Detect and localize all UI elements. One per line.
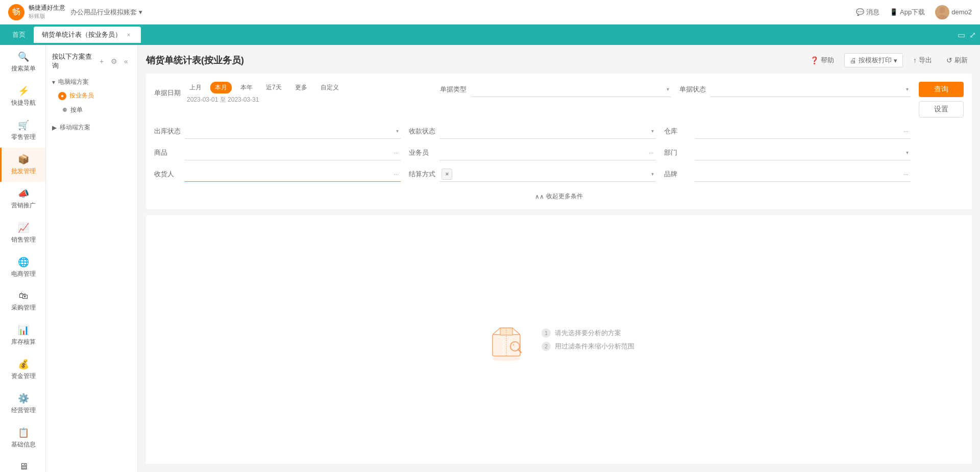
doc-status-select[interactable]: ▾ (710, 82, 911, 97)
logo-text-area: 畅捷通好生意 标账版 (29, 4, 65, 20)
salesperson-input[interactable] (439, 145, 655, 160)
scheme-item-by-salesperson[interactable]: ● 按业务员 (46, 88, 137, 103)
consignee-input[interactable] (185, 167, 401, 182)
download-icon: 📱 (890, 8, 898, 16)
collapse-up-icon: ∧∧ (535, 193, 544, 200)
collapse-conditions-btn[interactable]: ∧∧ 收起更多条件 (154, 188, 964, 201)
date-btn-this-year[interactable]: 本年 (236, 82, 257, 93)
scheme-settings-btn[interactable]: ⚙ (109, 56, 119, 66)
tab-close-btn[interactable]: × (125, 31, 133, 39)
tip-num-1: 1 (542, 328, 551, 338)
out-status-area: ▾ (185, 124, 401, 139)
date-label: 单据日期 (154, 88, 181, 98)
sidebar-item-inventory[interactable]: 📊 库存核算 (0, 318, 45, 352)
brand-input[interactable] (695, 167, 911, 182)
filter-panel: 按以下方案查询 + ⚙ « ▾ 电脑端方案 (46, 45, 138, 472)
filter-card: 单据日期 上月 本月 本年 近7天 更多 自定义 2023-03-01 至 20… (146, 74, 972, 209)
page-title: 销货单统计表(按业务员) (146, 54, 244, 66)
sidebar-item-system[interactable]: 🖥 系统管理 (0, 455, 45, 472)
tab-active[interactable]: 销货单统计表（按业务员） × (34, 27, 141, 43)
add-scheme-btn[interactable]: + (96, 56, 107, 66)
inventory-icon: 📊 (18, 324, 29, 336)
active-tab-label: 销货单统计表（按业务员） (42, 30, 121, 39)
department-area: ▾ (695, 145, 911, 160)
query-btn[interactable]: 查询 (919, 82, 964, 97)
ecommerce-icon: 🌐 (18, 256, 29, 268)
out-status-label: 出库状态 (154, 127, 181, 136)
settle-tag-close[interactable]: × (445, 171, 449, 178)
empty-tip-2: 2 用过滤条件来缩小分析范围 (542, 342, 634, 351)
basic-icon: 📋 (18, 427, 29, 438)
date-btn-last-month[interactable]: 上月 (185, 82, 206, 93)
salesperson-more-icon[interactable]: ··· (649, 149, 654, 156)
sidebar-item-basic[interactable]: 📋 基础信息 (0, 421, 45, 455)
goods-area: ··· (185, 145, 401, 160)
out-status-select[interactable]: ▾ (185, 124, 401, 139)
print-dropdown-icon: ▾ (894, 57, 897, 64)
tab-home[interactable]: 首页 (4, 27, 34, 43)
scheme-sub-item-by-order[interactable]: ⚈ 按单 (46, 103, 137, 117)
consignee-more-icon[interactable]: ··· (394, 171, 399, 178)
brand-more-icon[interactable]: ··· (903, 171, 909, 178)
tab-expand-icon[interactable]: ⤢ (969, 30, 976, 40)
help-btn[interactable]: ❓ 帮助 (806, 54, 838, 67)
wholesale-icon: 📦 (18, 154, 29, 165)
date-btn-more[interactable]: 更多 (290, 82, 312, 93)
date-btn-this-month[interactable]: 本月 (210, 82, 232, 93)
scheme-group-desktop-label[interactable]: ▾ 电脑端方案 (46, 76, 137, 88)
content-area: 按以下方案查询 + ⚙ « ▾ 电脑端方案 (46, 45, 980, 472)
tab-minimize-icon[interactable]: ▭ (958, 30, 965, 40)
template-print-btn[interactable]: 🖨 按模板打印 ▾ (844, 53, 903, 67)
warehouse-more-icon[interactable]: ··· (903, 128, 909, 135)
date-btn-7days[interactable]: 近7天 (261, 82, 286, 93)
settle-method-select[interactable]: × ▾ (439, 167, 655, 182)
search-icon: 🔍 (18, 51, 29, 62)
filter-row-4: 收货人 ··· 结算方式 × (154, 167, 964, 182)
receipt-status-select[interactable]: ▾ (439, 124, 655, 139)
messages-btn[interactable]: 💬 消息 (856, 8, 879, 17)
warehouse-input[interactable] (695, 124, 911, 139)
department-label: 部门 (664, 148, 691, 157)
svg-rect-4 (500, 328, 512, 335)
doc-type-select[interactable]: ▾ (471, 82, 671, 97)
filter-panel-header: 按以下方案查询 + ⚙ « (46, 49, 137, 74)
sidebar-item-sales[interactable]: 📈 销售管理 (0, 216, 45, 250)
date-btn-custom[interactable]: 自定义 (316, 82, 344, 93)
salesperson-area: ··· (439, 145, 655, 160)
export-icon: ↑ (913, 56, 917, 64)
sidebar-item-search[interactable]: 🔍 搜索菜单 (0, 45, 45, 79)
sidebar-item-purchase[interactable]: 🛍 采购管理 (0, 285, 45, 318)
refresh-btn[interactable]: ↺ 刷新 (942, 54, 972, 67)
collapse-icon: « (124, 57, 128, 65)
settle-method-area: × ▾ (439, 167, 655, 182)
logo-icon: 畅 (8, 4, 24, 20)
logo-area: 畅 畅捷通好生意 标账版 (8, 4, 65, 20)
scheme-group-mobile-label[interactable]: ▶ 移动端方案 (46, 121, 137, 134)
logo-tag: 标账版 (29, 12, 65, 20)
breadcrumb[interactable]: 办公用品行业模拟账套 ▾ (70, 8, 142, 17)
finance-icon: 💰 (18, 359, 29, 370)
export-btn[interactable]: ↑ 导出 (909, 54, 936, 67)
goods-input[interactable] (185, 145, 401, 160)
department-select[interactable]: ▾ (695, 145, 911, 160)
sidebar-item-wholesale[interactable]: 📦 批发管理 (0, 148, 45, 182)
svg-point-1 (937, 15, 947, 19)
breadcrumb-chevron: ▾ (139, 8, 142, 16)
warehouse-area: ··· (695, 124, 911, 139)
sidebar-item-marketing[interactable]: 📣 营销推广 (0, 182, 45, 216)
sidebar-item-operation[interactable]: ⚙️ 经营管理 (0, 387, 45, 421)
main-content: 销货单统计表(按业务员) ❓ 帮助 🖨 按模板打印 ▾ ↑ 导出 (138, 45, 980, 472)
date-filter-row: 上月 本月 本年 近7天 更多 自定义 (185, 82, 432, 93)
sidebar-item-quicknav[interactable]: ⚡ 快捷导航 (0, 79, 45, 113)
scheme-collapse-btn[interactable]: « (121, 56, 131, 66)
user-name: demo2 (951, 8, 972, 16)
app-download-btn[interactable]: 📱 App下载 (890, 8, 925, 17)
sidebar-item-ecommerce[interactable]: 🌐 电商管理 (0, 250, 45, 285)
empty-illustration (483, 317, 529, 363)
sidebar-item-finance[interactable]: 💰 资金管理 (0, 352, 45, 387)
empty-tips: 1 请先选择要分析的方案 2 用过滤条件来缩小分析范围 (542, 328, 634, 351)
user-area[interactable]: demo2 (935, 5, 972, 19)
settings-filter-btn[interactable]: 设置 (919, 101, 964, 117)
goods-more-icon[interactable]: ··· (394, 149, 399, 156)
sidebar-item-retail[interactable]: 🛒 零售管理 (0, 113, 45, 148)
